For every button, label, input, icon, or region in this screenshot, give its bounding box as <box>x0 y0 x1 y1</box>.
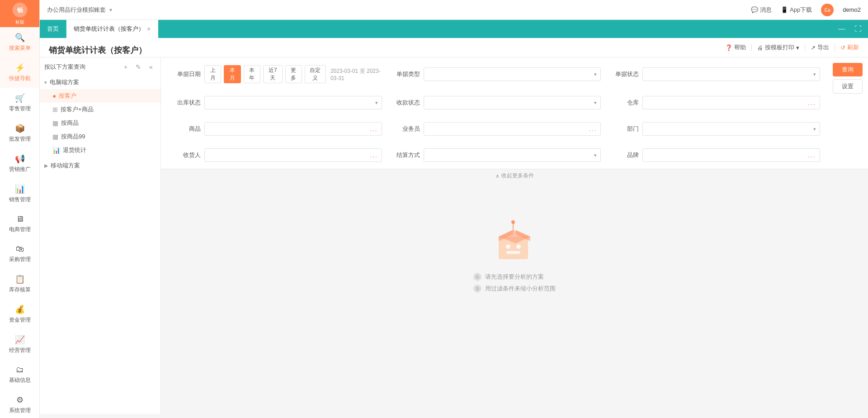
collapse-label: 收起更多条件 <box>501 172 534 180</box>
sidebar-item-purchase[interactable]: 🛍 采购管理 <box>0 239 40 269</box>
last-month-btn[interactable]: 上月 <box>204 65 221 83</box>
sidebar-item-ecommerce[interactable]: 🖥 电商管理 <box>0 209 40 239</box>
order-type-label: 单据类型 <box>387 70 424 78</box>
message-btn[interactable]: 💬 消息 <box>751 6 772 14</box>
filter-row-4: 收货人 ... 结算方式 <box>161 142 827 169</box>
refresh-btn[interactable]: ↺ 刷新 <box>840 43 859 52</box>
tree-item-by-customer[interactable]: ● 按客户 <box>40 89 160 103</box>
right-panel: 单据日期 上月 本月 本年 近7天 更多 自定义 <box>161 57 868 414</box>
date-label: 单据日期 <box>168 70 204 78</box>
brand-label: 品牌 <box>606 151 642 159</box>
more-btn[interactable]: 更多 <box>285 65 302 83</box>
filter-cell-warehouse: 仓库 ... <box>601 94 820 112</box>
print-label: 按模板打印 <box>765 43 794 52</box>
goods-select[interactable]: ... <box>204 122 382 136</box>
tab-close-icon[interactable]: × <box>147 26 151 32</box>
separator2 <box>805 44 805 51</box>
settlement-label: 结算方式 <box>387 151 424 159</box>
finance-icon: 💰 <box>15 304 25 314</box>
staff-select[interactable]: ... <box>424 122 601 136</box>
this-month-btn[interactable]: 本月 <box>224 65 241 83</box>
username: demo2 <box>843 6 861 13</box>
help-btn[interactable]: ❓ 帮助 <box>725 43 746 52</box>
page-header: 销货单统计计表（按客户） ❓ 帮助 🖨 按模板打印 ▾ ↗ <box>40 38 868 57</box>
order-type-select[interactable]: ▾ <box>424 67 601 81</box>
receiver-select[interactable]: ... <box>204 148 382 162</box>
tab-home[interactable]: 首页 <box>40 20 66 38</box>
right-top: 单据日期 上月 本月 本年 近7天 更多 自定义 <box>161 57 868 169</box>
tree-group-desktop-header[interactable]: ▾ 电脑端方案 <box>40 76 160 89</box>
sidebar-item-basic[interactable]: 🗂 基础信息 <box>0 360 40 390</box>
tab-maximize-btn[interactable]: ⛶ <box>852 23 864 35</box>
print-btn[interactable]: 🖨 按模板打印 ▾ <box>757 43 799 52</box>
goods99-icon: ▦ <box>52 133 58 140</box>
sidebar-item-sales[interactable]: 📊 销售管理 <box>0 179 40 209</box>
tree-item-return-stats[interactable]: 📊 退货统计 <box>40 143 160 157</box>
last7-btn[interactable]: 近7天 <box>263 65 283 83</box>
sidebar-item-quicknav[interactable]: ⚡ 快捷导航 <box>0 57 40 88</box>
sidebar-item-ecommerce-label: 电商管理 <box>9 226 31 233</box>
add-scheme-btn[interactable]: + <box>121 62 131 72</box>
collapse-btn[interactable]: ∧ 收起更多条件 <box>495 172 534 180</box>
brand-select[interactable]: ... <box>642 148 820 162</box>
tip-num-2: ② <box>473 285 481 293</box>
avatar[interactable]: Ea <box>821 4 834 16</box>
tree-item-goods99[interactable]: ▦ 按商品99 <box>40 130 160 143</box>
tree-group-desktop-label: 电脑端方案 <box>50 78 79 86</box>
tree-item-by-goods[interactable]: ▦ 按商品 <box>40 116 160 130</box>
edit-scheme-btn[interactable]: ✎ <box>133 62 143 72</box>
payment-status-select[interactable]: ▾ <box>424 96 601 109</box>
sidebar-item-wholesale-label: 批发管理 <box>9 135 31 143</box>
wholesale-icon: 📦 <box>15 124 25 133</box>
sidebar-item-management[interactable]: 📈 经营管理 <box>0 329 40 360</box>
tree-item-customer-goods[interactable]: ⊞ 按客户+商品 <box>40 103 160 116</box>
sidebar-item-retail[interactable]: 🛒 零售管理 <box>0 88 40 118</box>
export-icon: ↗ <box>811 44 816 51</box>
staff-label: 业务员 <box>387 125 424 133</box>
tab-sales-stats-label: 销货单统计计表（按客户） <box>74 25 144 33</box>
tree-item-goods99-label: 按商品99 <box>61 133 85 141</box>
sidebar-item-search[interactable]: 🔍 搜索菜单 <box>0 27 40 57</box>
sidebar-item-system[interactable]: ⚙ 系统管理 <box>0 390 40 418</box>
app-download-label: App下载 <box>790 6 812 14</box>
warehouse-select[interactable]: ... <box>642 96 820 109</box>
sidebar-item-inventory[interactable]: 📋 库存核算 <box>0 269 40 299</box>
order-status-select[interactable]: ▾ <box>642 67 820 81</box>
this-year-btn[interactable]: 本年 <box>244 65 260 83</box>
collapse-bar[interactable]: ∧ 收起更多条件 <box>161 169 868 182</box>
settings-btn[interactable]: 设置 <box>833 79 863 94</box>
tree-group-mobile-header[interactable]: ▶ 移动端方案 <box>40 159 160 172</box>
print-dropdown-icon: ▾ <box>796 44 799 51</box>
settlement-select[interactable]: ▾ <box>424 148 601 162</box>
dept-select[interactable]: ▾ <box>642 122 820 136</box>
query-btn[interactable]: 查询 <box>833 63 863 76</box>
help-label: 帮助 <box>734 43 746 52</box>
dropdown-arrow-icon[interactable]: ▾ <box>109 7 112 13</box>
sidebar-item-finance[interactable]: 💰 资金管理 <box>0 299 40 329</box>
tab-bar: 首页 销货单统计计表（按客户） × — ⛶ <box>40 20 868 38</box>
tree-item-by-customer-label: 按客户 <box>59 92 76 100</box>
customer-goods-icon: ⊞ <box>52 106 58 113</box>
separator1 <box>751 44 752 51</box>
receiver-label: 收货人 <box>168 151 204 159</box>
sidebar-item-inventory-label: 库存核算 <box>9 286 31 294</box>
collapse-panel-btn[interactable]: « <box>146 62 156 72</box>
minimize-icon: — <box>838 25 845 33</box>
search-icon: 🔍 <box>15 33 25 43</box>
tab-sales-stats[interactable]: 销货单统计计表（按客户） × <box>66 20 158 38</box>
empty-tips: ① 请先选择要分析的方案 ② 用过滤条件来缩小分析范围 <box>473 273 556 296</box>
sidebar-item-purchase-label: 采购管理 <box>9 256 31 263</box>
custom-btn[interactable]: 自定义 <box>305 65 326 83</box>
export-btn[interactable]: ↗ 导出 <box>811 43 829 52</box>
filter-cell-out-status: 出库状态 ▾ <box>168 94 382 112</box>
out-status-select[interactable]: ▾ <box>204 96 382 109</box>
sidebar-item-wholesale[interactable]: 📦 批发管理 <box>0 118 40 148</box>
app-download-btn[interactable]: 📱 App下载 <box>781 6 812 14</box>
logo-text: 标版 <box>15 19 24 25</box>
filter-cell-dept: 部门 ▾ <box>601 120 820 138</box>
sidebar-item-marketing[interactable]: 📢 营销推广 <box>0 148 40 179</box>
tab-minimize-btn[interactable]: — <box>835 23 848 35</box>
print-icon: 🖨 <box>757 44 763 51</box>
top-bar: 办公用品行业模拟账套 ▾ 💬 消息 📱 App下载 Ea demo2 <box>40 0 868 20</box>
by-goods-icon: ▦ <box>52 119 58 127</box>
